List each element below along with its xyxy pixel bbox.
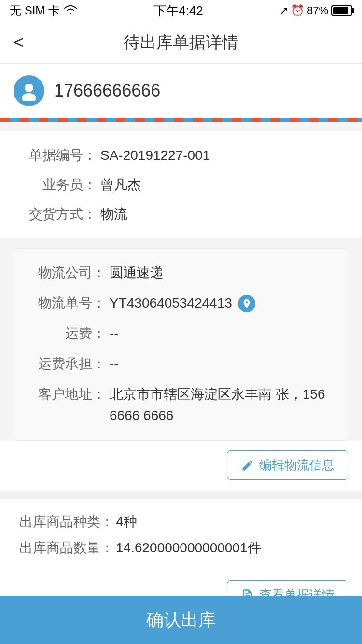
freight-row: 运费： -- <box>28 323 334 345</box>
address-value: 北京市市辖区海淀区永丰南 张，156 6666 6666 <box>106 384 334 427</box>
location-status-icon: ↗ <box>279 4 288 17</box>
logistics-tracking-value: YT43064053424413 <box>106 293 334 314</box>
delivery-label: 交货方式： <box>19 204 97 225</box>
alarm-status-icon: ⏰ <box>291 4 304 17</box>
edit-logistics-button[interactable]: 编辑物流信息 <box>227 450 348 480</box>
logistics-tracking-label: 物流单号： <box>28 293 106 314</box>
page-title: 待出库单据详情 <box>124 31 238 54</box>
address-label: 客户地址： <box>28 384 106 406</box>
logistics-card: 物流公司： 圆通速递 物流单号： YT43064053424413 运费： --… <box>14 248 348 441</box>
order-number-row: 单据编号： SA-20191227-001 <box>19 145 343 167</box>
goods-quantity-row: 出库商品数量： 14.620000000000001件 <box>19 539 343 557</box>
nav-bar: < 待出库单据详情 <box>0 21 362 64</box>
status-time: 下午4:42 <box>153 2 203 19</box>
delivery-row: 交货方式： 物流 <box>19 204 343 225</box>
delivery-value: 物流 <box>97 204 343 225</box>
battery-icon <box>331 5 352 16</box>
goods-type-value: 4种 <box>116 513 137 531</box>
order-number-value: SA-20191227-001 <box>97 145 343 167</box>
freight-bear-label: 运费承担： <box>28 353 106 375</box>
svg-point-0 <box>25 84 33 92</box>
freight-value: -- <box>106 323 334 345</box>
status-left: 无 SIM 卡 <box>10 3 77 18</box>
goods-quantity-value: 14.620000000000001件 <box>116 539 261 557</box>
logistics-company-row: 物流公司： 圆通速递 <box>28 262 334 284</box>
sales-label: 业务员： <box>19 174 97 196</box>
svg-point-1 <box>22 93 36 101</box>
confirm-bar[interactable]: 确认出库 <box>0 596 362 644</box>
freight-label: 运费： <box>28 323 106 345</box>
user-icon <box>19 81 39 101</box>
customer-phone: 17666666666 <box>54 81 160 101</box>
logistics-company-label: 物流公司： <box>28 262 106 284</box>
goods-type-row: 出库商品种类： 4种 <box>19 513 343 531</box>
avatar <box>14 75 44 106</box>
logistics-tracking-row: 物流单号： YT43064053424413 <box>28 293 334 314</box>
sales-value: 曾凡杰 <box>97 174 343 196</box>
logistics-company-value: 圆通速递 <box>106 262 334 284</box>
goods-section: 出库商品种类： 4种 出库商品数量： 14.620000000000001件 <box>0 499 362 571</box>
edit-logistics-btn-wrap: 编辑物流信息 <box>0 441 362 491</box>
goods-type-label: 出库商品种类： <box>19 513 116 531</box>
map-pin-icon[interactable] <box>238 295 255 312</box>
customer-header: 17666666666 <box>0 64 362 118</box>
edit-logistics-label: 编辑物流信息 <box>259 457 334 474</box>
freight-bear-value: -- <box>106 353 334 375</box>
confirm-button-label: 确认出库 <box>146 608 216 632</box>
carrier-label: 无 SIM 卡 <box>10 3 60 18</box>
sales-row: 业务员： 曾凡杰 <box>19 174 343 196</box>
freight-bear-row: 运费承担： -- <box>28 353 334 375</box>
status-right: ↗ ⏰ 87% <box>279 4 352 17</box>
goods-quantity-label: 出库商品数量： <box>19 539 116 557</box>
back-button[interactable]: < <box>14 32 24 53</box>
battery-percent: 87% <box>307 4 328 17</box>
dashed-divider <box>0 118 362 122</box>
order-info-section: 单据编号： SA-20191227-001 业务员： 曾凡杰 交货方式： 物流 <box>0 131 362 238</box>
edit-icon <box>241 459 254 472</box>
order-number-label: 单据编号： <box>19 145 97 167</box>
wifi-icon <box>64 4 77 17</box>
section-divider <box>0 491 362 499</box>
status-bar: 无 SIM 卡 下午4:42 ↗ ⏰ 87% <box>0 0 362 21</box>
address-row: 客户地址： 北京市市辖区海淀区永丰南 张，156 6666 6666 <box>28 384 334 427</box>
